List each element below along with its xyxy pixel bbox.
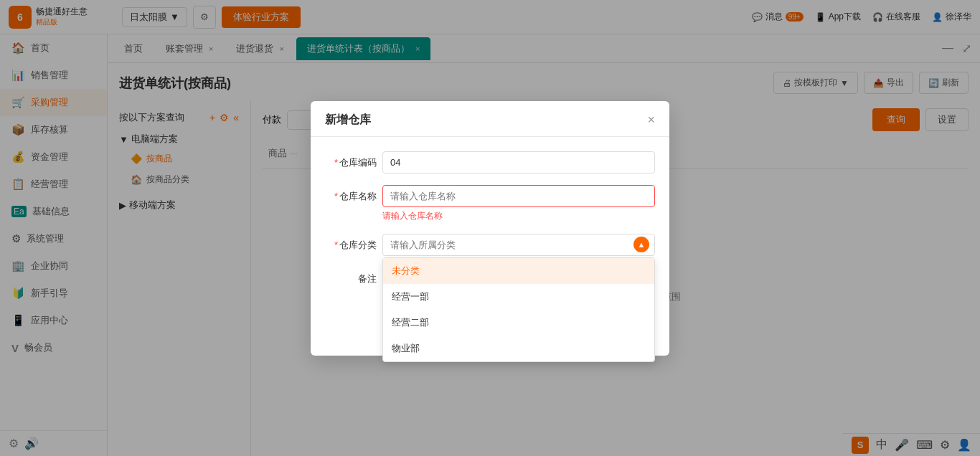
- category-dropdown: 未分类 经营一部 经营二部 物业部: [382, 257, 655, 362]
- modal-body: 仓库编码 仓库名称 请输入仓库名称 仓库分类 ▲: [311, 137, 669, 313]
- name-error-msg: 请输入仓库名称: [382, 210, 655, 222]
- modal-overlay[interactable]: 新增仓库 × 仓库编码 仓库名称 请输入仓库名称 仓库分类: [0, 0, 980, 456]
- form-row-code: 仓库编码: [325, 151, 655, 174]
- modal-close-button[interactable]: ×: [647, 113, 655, 128]
- name-field: 请输入仓库名称: [382, 185, 655, 222]
- category-label: 仓库分类: [325, 234, 382, 252]
- category-input[interactable]: [382, 234, 655, 256]
- form-row-category: 仓库分类 ▲ 未分类 经营一部 经营二部 物业部: [325, 234, 655, 256]
- form-row-name: 仓库名称 请输入仓库名称: [325, 185, 655, 222]
- name-label: 仓库名称: [325, 185, 382, 203]
- code-input[interactable]: [382, 151, 655, 174]
- remark-label: 备注: [325, 267, 382, 285]
- name-input[interactable]: [382, 185, 655, 207]
- dropdown-item-property[interactable]: 物业部: [383, 336, 654, 361]
- modal-header: 新增仓库 ×: [311, 101, 669, 137]
- modal-title: 新增仓库: [325, 113, 371, 128]
- dropdown-item-dept1[interactable]: 经营一部: [383, 284, 654, 310]
- code-label: 仓库编码: [325, 151, 382, 169]
- dropdown-item-unclassified[interactable]: 未分类: [383, 258, 654, 284]
- code-field: [382, 151, 655, 174]
- category-field: ▲ 未分类 经营一部 经营二部 物业部: [382, 234, 655, 256]
- category-dropdown-toggle[interactable]: ▲: [633, 237, 649, 252]
- modal-add-warehouse: 新增仓库 × 仓库编码 仓库名称 请输入仓库名称 仓库分类: [311, 101, 669, 356]
- dropdown-item-dept2[interactable]: 经营二部: [383, 310, 654, 336]
